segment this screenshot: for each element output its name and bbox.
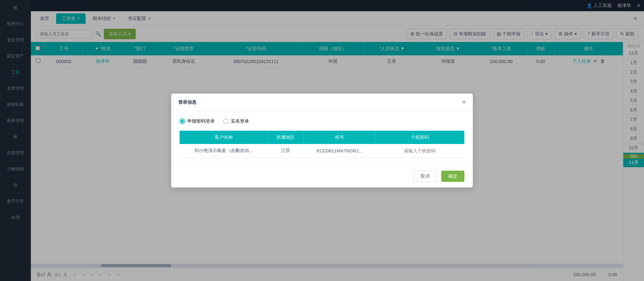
radio-password-label: 申报密码登录 bbox=[187, 118, 215, 124]
dialog-body: 申报密码登录 实名登录 客户名称 所属地区 税号 个税密码 bbox=[171, 111, 473, 165]
radio-realname-login[interactable]: 实名登录 bbox=[223, 118, 249, 124]
dialog-cell-region: 江苏 bbox=[268, 144, 304, 158]
login-dialog: 登录信息 × 申报密码登录 实名登录 bbox=[171, 94, 473, 187]
login-info-table: 客户名称 所属地区 税号 个税密码 刘小艳演示账套（勿删勿动... 江苏 913… bbox=[180, 131, 464, 158]
dialog-overlay: 登录信息 × 申报密码登录 实名登录 bbox=[0, 0, 644, 281]
radio-password-dot bbox=[181, 120, 184, 123]
dialog-title: 登录信息 bbox=[178, 99, 196, 105]
radio-password-login[interactable]: 申报密码登录 bbox=[180, 118, 215, 124]
login-type-group: 申报密码登录 实名登录 bbox=[180, 118, 464, 124]
dialog-cell-password[interactable] bbox=[375, 144, 464, 158]
radio-realname-circle bbox=[223, 118, 229, 124]
confirm-button[interactable]: 确定 bbox=[441, 171, 464, 182]
dialog-header: 登录信息 × bbox=[171, 94, 473, 111]
dialog-col-client: 客户名称 bbox=[180, 131, 268, 144]
radio-realname-label: 实名登录 bbox=[231, 118, 249, 124]
dialog-footer: 取消 确定 bbox=[171, 165, 473, 187]
password-input[interactable] bbox=[380, 148, 460, 153]
radio-password-circle bbox=[180, 118, 185, 124]
dialog-col-region: 所属地区 bbox=[268, 131, 304, 144]
dialog-table-row: 刘小艳演示账套（勿删勿动... 江苏 91320811MA7NGR2... bbox=[180, 144, 464, 158]
dialog-close-btn[interactable]: × bbox=[462, 98, 466, 106]
dialog-cell-client: 刘小艳演示账套（勿删勿动... bbox=[180, 144, 268, 158]
dialog-col-password: 个税密码 bbox=[375, 131, 464, 144]
cancel-button[interactable]: 取消 bbox=[413, 171, 437, 182]
dialog-col-tax-no: 税号 bbox=[303, 131, 375, 144]
dialog-cell-tax-no: 91320811MA7NGR2... bbox=[303, 144, 375, 158]
